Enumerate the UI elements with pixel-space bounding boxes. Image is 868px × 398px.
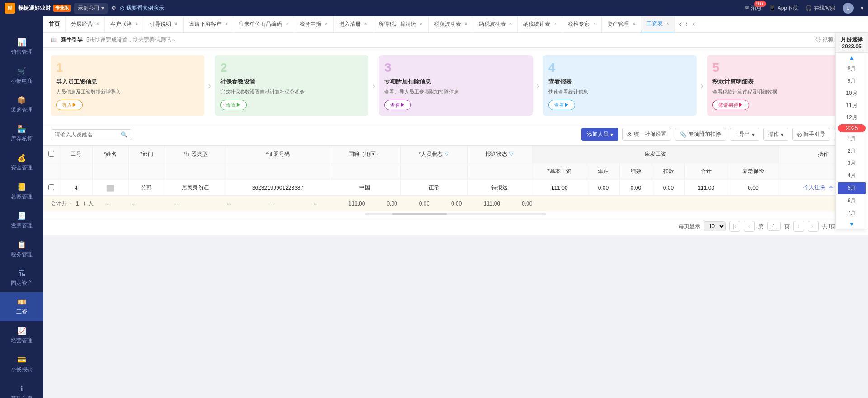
- tab-close-all[interactable]: ×: [690, 20, 697, 28]
- sidebar-item-base[interactable]: ℹ 基础信息: [0, 379, 43, 398]
- step-btn-5[interactable]: 敬请期待▶: [712, 100, 749, 110]
- close-icon[interactable]: ×: [632, 22, 635, 27]
- sidebar-item-expense[interactable]: 💳 小畅报销: [0, 350, 43, 379]
- sidebar-item-assets[interactable]: 🏗 固定资产: [0, 264, 43, 292]
- month-picker-up-button[interactable]: ▲: [836, 53, 868, 63]
- guide-bar: 📖 新手引导 5步快速完成设置，快去完善信息吧～ ◎ 视频 | 帮助 ×: [43, 33, 868, 48]
- sidebar-item-label: 发票管理: [11, 222, 33, 229]
- current-page-input[interactable]: [767, 222, 781, 231]
- month-item-12[interactable]: 12月: [836, 112, 868, 124]
- close-icon[interactable]: ×: [465, 22, 467, 27]
- month-item-6[interactable]: 6月: [836, 195, 868, 207]
- month-item-1[interactable]: 1月: [836, 133, 868, 145]
- tab-assets[interactable]: 资产管理 ×: [602, 16, 641, 33]
- user-dropdown[interactable]: ▾: [861, 5, 863, 11]
- demo-link[interactable]: ◎ 我要看实例演示: [120, 5, 164, 12]
- step-btn-2[interactable]: 设置▶: [220, 100, 247, 110]
- select-all-checkbox[interactable]: [48, 151, 54, 157]
- close-icon[interactable]: ×: [225, 22, 228, 27]
- month-item-2[interactable]: 2月: [836, 145, 868, 157]
- report-filter-icon[interactable]: ▽: [509, 151, 514, 157]
- tab-salary[interactable]: 工资表 ×: [641, 16, 675, 33]
- tab-guide-intro[interactable]: 引导说明 ×: [144, 16, 184, 33]
- operation-button[interactable]: 操作 ▾: [763, 128, 788, 141]
- month-item-5[interactable]: 5月: [838, 182, 866, 194]
- sidebar-item-salary[interactable]: 💴 工资: [0, 292, 43, 321]
- sidebar-item-ledger[interactable]: 📒 总账管理: [0, 177, 43, 206]
- sidebar-item-finance[interactable]: 💰 资金管理: [0, 148, 43, 177]
- page-first-button[interactable]: |‹: [729, 221, 740, 232]
- tab-invite[interactable]: 邀请下游客户 ×: [184, 16, 234, 33]
- sidebar-item-sales[interactable]: 📊 销售管理: [0, 33, 43, 61]
- close-icon[interactable]: ×: [593, 22, 596, 27]
- close-icon[interactable]: ×: [325, 22, 328, 27]
- close-icon[interactable]: ×: [509, 22, 512, 27]
- tab-income-tax[interactable]: 所得税汇算清缴 ×: [373, 16, 429, 33]
- tab-tax-wave[interactable]: 纳税波动表 ×: [473, 16, 518, 33]
- sidebar-item-purchase[interactable]: 📦 采购管理: [0, 90, 43, 119]
- tab-customer[interactable]: 客户联络 ×: [105, 16, 144, 33]
- tab-clearance[interactable]: 进入清册 ×: [334, 16, 373, 33]
- tab-next-arrow[interactable]: ›: [684, 20, 689, 28]
- page-last-button[interactable]: ›|: [808, 221, 819, 232]
- guide-video-link[interactable]: ◎ 视频: [815, 36, 833, 44]
- row-checkbox-cell[interactable]: [43, 180, 60, 196]
- tab-tax-expert[interactable]: 税检专家 ×: [562, 16, 602, 33]
- sidebar-item-invoice[interactable]: 🧾 发票管理: [0, 206, 43, 235]
- sidebar-item-inventory[interactable]: 🏪 库存核算: [0, 119, 43, 148]
- settings-icon[interactable]: ⚙: [111, 5, 116, 11]
- close-icon[interactable]: ×: [364, 22, 367, 27]
- th-select-all[interactable]: [43, 146, 60, 163]
- org-selector[interactable]: 示例公司 ▾: [74, 3, 108, 14]
- search-input-wrapper[interactable]: 🔍: [51, 129, 132, 140]
- tab-tier[interactable]: 分层经营 ×: [66, 16, 105, 33]
- close-icon[interactable]: ×: [420, 22, 423, 27]
- month-item-9[interactable]: 9月: [836, 75, 868, 87]
- online-service-button[interactable]: 🎧 在线客服: [805, 5, 835, 12]
- close-icon[interactable]: ×: [175, 22, 178, 27]
- add-person-button[interactable]: 添加人员 ▾: [581, 128, 618, 141]
- month-picker-down-button[interactable]: ▼: [836, 219, 868, 229]
- action-edit-icon[interactable]: ✏: [829, 184, 834, 191]
- tab-tax-report[interactable]: 税务申报 ×: [294, 16, 334, 33]
- message-button[interactable]: ✉ 消息 99+: [745, 5, 762, 12]
- sidebar-item-ecommerce[interactable]: 🛒 小畅电商: [0, 61, 43, 90]
- tab-home[interactable]: 首页: [43, 16, 66, 33]
- tab-prev-arrow[interactable]: ‹: [678, 20, 683, 28]
- step-btn-4[interactable]: 查看▶: [548, 100, 575, 110]
- close-icon[interactable]: ×: [554, 22, 557, 27]
- search-input[interactable]: [55, 131, 118, 138]
- close-icon[interactable]: ×: [136, 22, 138, 27]
- step-title-5: 税款计算明细表: [712, 78, 855, 86]
- unified-setting-button[interactable]: ⚙ 统一社保设置: [622, 128, 671, 141]
- tab-tax-burden[interactable]: 税负波动表 ×: [429, 16, 473, 33]
- user-avatar[interactable]: U: [843, 3, 854, 14]
- export-button[interactable]: ↓ 导出 ▾: [730, 128, 760, 141]
- search-icon[interactable]: 🔍: [121, 131, 127, 138]
- close-icon[interactable]: ×: [286, 22, 288, 27]
- close-icon[interactable]: ×: [96, 22, 99, 27]
- app-download-button[interactable]: 📱 App下载: [769, 5, 798, 12]
- step-btn-1[interactable]: 导入▶: [56, 100, 83, 110]
- month-item-3[interactable]: 3月: [836, 157, 868, 169]
- special-deduction-button[interactable]: 📎 专项附加扣除: [675, 128, 726, 141]
- status-filter-icon[interactable]: ▽: [444, 151, 449, 157]
- action-social-insurance[interactable]: 个人社保: [803, 184, 825, 191]
- tab-product-code[interactable]: 往来单位商品编码 ×: [233, 16, 294, 33]
- month-item-7[interactable]: 7月: [836, 207, 868, 219]
- sidebar-item-tax[interactable]: 📋 税务管理: [0, 235, 43, 264]
- month-item-11[interactable]: 11月: [836, 99, 868, 112]
- tab-tax-stats[interactable]: 纳税统计表 ×: [518, 16, 562, 33]
- scroll-track[interactable]: [365, 213, 546, 215]
- close-icon[interactable]: ×: [666, 21, 669, 26]
- page-next-button[interactable]: ›: [793, 221, 804, 232]
- month-item-8[interactable]: 8月: [836, 63, 868, 75]
- month-item-4[interactable]: 4月: [836, 169, 868, 182]
- step-btn-3[interactable]: 查看▶: [384, 100, 411, 110]
- sidebar-item-ops[interactable]: 📈 经营管理: [0, 321, 43, 350]
- page-size-select[interactable]: 10 20 50: [704, 221, 726, 231]
- new-guide-button[interactable]: ◎ 新手引导: [792, 128, 830, 141]
- month-item-10[interactable]: 10月: [836, 87, 868, 99]
- row-checkbox[interactable]: [48, 184, 54, 190]
- page-prev-button[interactable]: ‹: [744, 221, 755, 232]
